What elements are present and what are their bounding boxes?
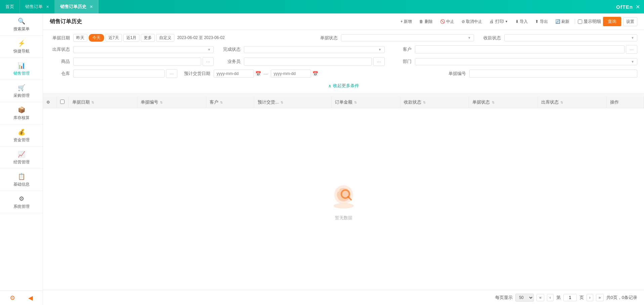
th-customer-sort-icon[interactable]: ⇅ bbox=[220, 101, 223, 104]
sidebar-item-inventory-label: 库存核算 bbox=[13, 115, 30, 121]
delivery-date-end-cal-icon[interactable]: 📅 bbox=[312, 71, 318, 76]
first-page-button[interactable]: « bbox=[536, 294, 544, 301]
tab-sales-order-close[interactable]: ✕ bbox=[46, 5, 49, 9]
complete-status-arrow-icon: ▼ bbox=[378, 48, 382, 51]
th-no-sort-icon[interactable]: ⇅ bbox=[160, 101, 163, 104]
th-out-status-sort-icon[interactable]: ⇅ bbox=[560, 101, 563, 104]
th-no[interactable]: 单据编号 ⇅ bbox=[137, 97, 206, 108]
salesperson-dots-button[interactable]: ··· bbox=[373, 57, 385, 66]
collapse-bar[interactable]: ∧ 收起更多条件 bbox=[50, 81, 637, 91]
th-date[interactable]: 单据日期 ⇅ bbox=[69, 97, 137, 108]
topbar-close-icon[interactable]: ✕ bbox=[636, 4, 640, 10]
tab-sales-order[interactable]: 销售订单 ✕ bbox=[20, 0, 55, 13]
bill-no-label: 单据编号 bbox=[446, 71, 469, 77]
sidebar-settings-icon[interactable]: ⚙ bbox=[10, 294, 15, 302]
sidebar-item-purchase[interactable]: 🛒 采购管理 bbox=[0, 80, 43, 102]
page-number-input[interactable] bbox=[563, 294, 577, 301]
show-detail-checkbox-label[interactable]: 显示明细 bbox=[578, 18, 601, 25]
filter-area: 单据日期 昨天 今天 近7天 近1月 更多 自定义 2023-06-02 至 2… bbox=[43, 30, 644, 94]
print-dropdown-icon[interactable]: ▼ bbox=[505, 20, 508, 23]
date-btn-today[interactable]: 今天 bbox=[89, 34, 104, 42]
refresh-button[interactable]: 🔄 刷新 bbox=[553, 17, 572, 26]
import-button[interactable]: ⬇ 导入 bbox=[513, 17, 530, 26]
warehouse-input[interactable] bbox=[73, 70, 165, 78]
department-select[interactable]: ▼ bbox=[415, 58, 637, 65]
th-delivery[interactable]: 预计交货... ⇅ bbox=[254, 97, 331, 108]
out-status-select[interactable]: ▼ bbox=[73, 46, 214, 53]
customer-dots-button[interactable]: ··· bbox=[626, 45, 637, 54]
sidebar-item-quick-nav[interactable]: ⚡ 快捷导航 bbox=[0, 36, 43, 58]
payment-status-select[interactable]: ▼ bbox=[504, 34, 637, 41]
goods-section: 商品 ··· bbox=[50, 57, 214, 66]
top-bar: 首页 销售订单 ✕ 销售订单历史 ✕ OfTEn ✕ bbox=[0, 0, 644, 13]
page-label-pre: 第 bbox=[556, 295, 561, 301]
search-icon: 🔍 bbox=[18, 17, 25, 25]
date-btn-7days[interactable]: 近7天 bbox=[105, 34, 122, 42]
delivery-date-start-cal-icon[interactable]: 📅 bbox=[255, 71, 261, 76]
th-bill-status[interactable]: 单据状态 ⇅ bbox=[469, 97, 538, 108]
tab-sales-order-history-close[interactable]: ✕ bbox=[90, 5, 93, 9]
th-payment-status[interactable]: 收款状态 ⇅ bbox=[400, 97, 469, 108]
goods-input[interactable] bbox=[73, 58, 201, 66]
stop-button[interactable]: 🚫 中止 bbox=[437, 17, 457, 26]
brand-text: OfTEn bbox=[616, 4, 633, 10]
date-filter-control: 昨天 今天 近7天 近1月 更多 自定义 2023-06-02 至 2023-0… bbox=[73, 34, 311, 42]
per-page-select[interactable]: 50 10 20 100 bbox=[515, 294, 534, 302]
goods-dots-button[interactable]: ··· bbox=[203, 57, 214, 66]
select-all-checkbox[interactable] bbox=[60, 100, 65, 104]
warehouse-dots-button[interactable]: ··· bbox=[166, 69, 177, 78]
out-status-section: 出库状态 ▼ bbox=[50, 46, 214, 53]
date-btn-custom[interactable]: 自定义 bbox=[156, 34, 174, 42]
prev-page-button[interactable]: ‹ bbox=[547, 294, 554, 301]
tab-sales-order-history[interactable]: 销售订单历史 ✕ bbox=[55, 0, 98, 13]
operations-icon: 📈 bbox=[18, 151, 25, 158]
new-button[interactable]: + 新增 bbox=[398, 17, 415, 26]
sidebar-item-system-label: 系统管理 bbox=[13, 204, 30, 209]
th-delivery-label: 预计交货... bbox=[258, 100, 279, 105]
next-page-button[interactable]: › bbox=[587, 294, 593, 301]
th-date-sort-icon[interactable]: ⇅ bbox=[91, 101, 94, 104]
export-button[interactable]: ⬆ 导出 bbox=[532, 17, 550, 26]
last-page-button[interactable]: » bbox=[596, 294, 604, 301]
sidebar-item-finance[interactable]: 💰 资金管理 bbox=[0, 124, 43, 147]
sidebar-item-finance-label: 资金管理 bbox=[13, 137, 30, 143]
customer-input[interactable] bbox=[415, 45, 625, 53]
delivery-date-start-input[interactable] bbox=[214, 70, 254, 78]
out-status-label: 出库状态 bbox=[50, 46, 73, 52]
th-bill-status-sort-icon[interactable]: ⇅ bbox=[492, 101, 495, 104]
salesperson-input[interactable] bbox=[244, 58, 372, 66]
sidebar-item-basic-info-label: 基础信息 bbox=[13, 182, 30, 187]
tab-home[interactable]: 首页 bbox=[0, 0, 20, 13]
sidebar-item-quick-nav-label: 快捷导航 bbox=[13, 48, 30, 54]
query-button[interactable]: 查询 bbox=[603, 17, 621, 26]
th-settings[interactable]: ⚙ bbox=[43, 97, 56, 108]
bill-no-input[interactable] bbox=[469, 70, 637, 78]
print-button[interactable]: 🖨 打印 ▼ bbox=[487, 17, 511, 26]
delete-button[interactable]: 🗑 删除 bbox=[417, 17, 435, 26]
filter-row-4: 仓库 ··· 预计交货日期 📅 — 📅 单据编号 bbox=[50, 69, 637, 78]
show-detail-checkbox[interactable] bbox=[578, 20, 582, 24]
delivery-date-end-input[interactable] bbox=[271, 70, 311, 78]
th-out-status[interactable]: 出库状态 ⇅ bbox=[538, 97, 606, 108]
sidebar-item-sales[interactable]: 📊 销售管理 bbox=[0, 58, 43, 80]
sidebar-collapse-icon[interactable]: ◀ bbox=[28, 294, 33, 302]
settings-button[interactable]: 设置 bbox=[623, 17, 637, 26]
date-btn-yesterday[interactable]: 昨天 bbox=[73, 34, 87, 42]
th-payment-status-sort-icon[interactable]: ⇅ bbox=[423, 101, 426, 104]
sidebar-item-system[interactable]: ⚙ 系统管理 bbox=[0, 191, 43, 213]
date-btn-1month[interactable]: 近1月 bbox=[123, 34, 140, 42]
sidebar-item-basic-info[interactable]: 📋 基础信息 bbox=[0, 169, 43, 191]
date-btn-more[interactable]: 更多 bbox=[141, 34, 155, 42]
sidebar-item-inventory[interactable]: 📦 库存核算 bbox=[0, 102, 43, 124]
sidebar-item-sales-label: 销售管理 bbox=[13, 71, 30, 76]
bill-status-select[interactable]: ▼ bbox=[341, 34, 474, 41]
complete-status-select[interactable]: ▼ bbox=[244, 46, 384, 53]
date-filter-label: 单据日期 bbox=[50, 35, 73, 41]
cancel-stop-button[interactable]: ⊘ 取消中止 bbox=[459, 17, 485, 26]
th-amount[interactable]: 订单金额 ⇅ bbox=[332, 97, 400, 108]
sidebar-item-search[interactable]: 🔍 搜索菜单 bbox=[0, 13, 43, 36]
th-customer[interactable]: 客户 ⇅ bbox=[206, 97, 254, 108]
sidebar-item-operations[interactable]: 📈 经营管理 bbox=[0, 147, 43, 169]
th-amount-sort-icon[interactable]: ⇅ bbox=[354, 101, 357, 104]
th-delivery-sort-icon[interactable]: ⇅ bbox=[281, 101, 283, 104]
